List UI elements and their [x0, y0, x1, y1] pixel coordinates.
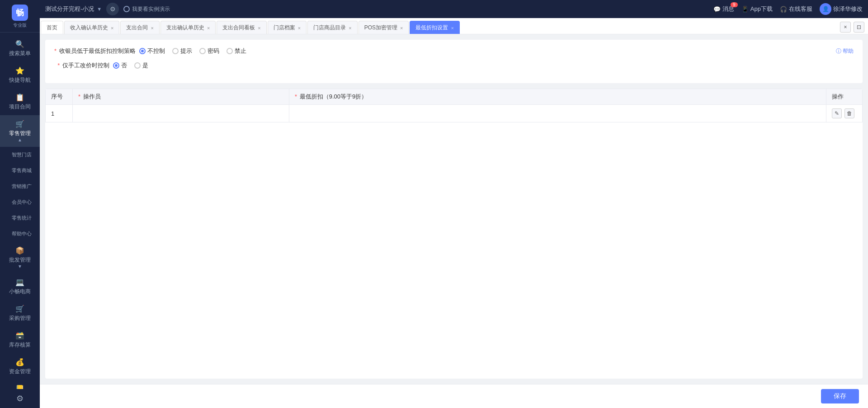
tab-expense-history[interactable]: 支出确认单历史 × [160, 21, 216, 34]
cell-actions: ✎ 🗑 [826, 105, 863, 122]
settings-icon[interactable]: ⚙ [16, 394, 24, 403]
tab-expense-board[interactable]: 支出合同看板 × [217, 21, 266, 34]
tab-store-product[interactable]: 门店商品目录 × [307, 21, 357, 34]
sidebar-item-retail-stats[interactable]: 零售统计 [0, 210, 40, 226]
sidebar-item-ledger[interactable]: 📒 总账管理 [0, 380, 40, 389]
tabbar-right-btns: × ⊡ [840, 20, 868, 34]
col-seq: 序号 [46, 89, 73, 105]
sidebar-item-finance[interactable]: 💰 资金管理 [0, 353, 40, 380]
sidebar-item-retail[interactable]: 🛒 零售管理 ▲ [0, 115, 40, 147]
tab-store-file-close[interactable]: × [298, 25, 301, 31]
sidebar-item-smart-store-label: 智慧门店 [12, 151, 32, 158]
app-download-button[interactable]: 📱 App下载 [741, 5, 773, 13]
table-header-row: 序号 * 操作员 * 最低折扣（9.00等于9折） 操作 [46, 89, 863, 105]
help-link[interactable]: ⓘ 帮助 [836, 47, 854, 55]
ecommerce-icon: 💻 [15, 278, 24, 286]
cell-seq: 1 [46, 105, 73, 122]
sidebar-item-help[interactable]: 帮助中心 [0, 226, 40, 242]
tab-income-history-close[interactable]: × [111, 25, 113, 31]
radio-no-control-circle [139, 48, 146, 54]
sidebar-item-project[interactable]: 📋 项目合同 [0, 89, 40, 115]
inventory-icon: 🗃️ [15, 331, 24, 340]
radio-yes[interactable]: 是 [134, 61, 148, 70]
topbar-project-selector[interactable]: 测试分开完程-小况 ▼ [45, 5, 102, 13]
tab-store-file[interactable]: 门店档案 × [268, 21, 307, 34]
tab-min-discount-label: 最低折扣设置 [415, 24, 448, 32]
tab-expense-board-close[interactable]: × [258, 25, 260, 31]
tab-home-label: 首页 [47, 24, 57, 32]
radio-hint[interactable]: 提示 [172, 47, 192, 55]
app-logo-icon: 畅 [12, 5, 28, 21]
sidebar-item-ecommerce[interactable]: 💻 小畅电商 [0, 273, 40, 300]
tab-pos-encrypt[interactable]: POS加密管理 × [359, 21, 409, 34]
topbar-left: 测试分开完程-小况 ▼ ⚙ 我要看实例演示 [45, 3, 170, 15]
topbar-settings-button[interactable]: ⚙ [106, 3, 119, 15]
tab-income-history[interactable]: 收入确认单历史 × [64, 21, 119, 34]
tab-store-product-label: 门店商品目录 [313, 24, 346, 32]
radio-no[interactable]: 否 [113, 61, 127, 70]
tab-min-discount[interactable]: 最低折扣设置 × [410, 21, 459, 34]
radio-hint-label: 提示 [180, 47, 192, 55]
tab-expense-history-label: 支出确认单历史 [166, 24, 204, 32]
topbar-demo-button[interactable]: 我要看实例演示 [123, 5, 170, 13]
contract-icon: 📋 [15, 93, 24, 102]
col-actions: 操作 [826, 89, 863, 105]
tab-expense-history-close[interactable]: × [207, 25, 210, 31]
sidebar-item-finance-label: 资金管理 [9, 368, 31, 375]
purchase-icon: 🛒 [15, 305, 24, 313]
tab-expense-contract-close[interactable]: × [151, 25, 153, 31]
tab-store-product-close[interactable]: × [349, 25, 351, 31]
radio-hint-circle [172, 48, 179, 54]
gear-icon: ⚙ [110, 5, 116, 13]
messages-button[interactable]: 💬 消息 9 [713, 5, 734, 13]
radio-forbid[interactable]: 禁止 [226, 47, 246, 55]
sidebar-item-marketing[interactable]: 营销推广 [0, 178, 40, 194]
tab-pos-encrypt-close[interactable]: × [400, 25, 403, 31]
row-actions: ✎ 🗑 [832, 108, 857, 118]
user-menu-button[interactable]: 👤 徐泽华修改 [820, 3, 863, 15]
sidebar-item-purchase[interactable]: 🛒 采购管理 [0, 300, 40, 327]
form-label-strategy: * 收银员低于最低折扣控制策略 [54, 47, 139, 55]
cell-min-discount[interactable] [289, 105, 826, 122]
sidebar-item-retail-label: 零售管理 [9, 130, 31, 137]
sidebar-item-retail-mall-label: 零售商城 [12, 167, 32, 174]
cell-operator[interactable] [73, 105, 289, 122]
retail-icon: 🛒 [15, 120, 24, 128]
sidebar-item-purchase-label: 采购管理 [9, 314, 31, 322]
tab-pos-encrypt-label: POS加密管理 [364, 24, 397, 32]
search-icon: 🔍 [15, 40, 24, 48]
delete-row-button[interactable]: 🗑 [844, 108, 854, 118]
tab-min-discount-close[interactable]: × [451, 25, 453, 31]
sidebar-item-wholesale[interactable]: 📦 批发管理 ▼ [0, 242, 40, 273]
tabbar: 首页 收入确认单历史 × 支出合同 × 支出确认单历史 × 支出合同看板 × 门… [40, 18, 868, 34]
tab-restore-button[interactable]: ⊡ [854, 22, 864, 33]
help-label: 帮助 [843, 47, 854, 55]
sidebar-item-member[interactable]: 会员中心 [0, 194, 40, 210]
radio-forbid-circle [226, 48, 233, 54]
tab-expense-contract[interactable]: 支出合同 × [120, 21, 159, 34]
sidebar-item-search[interactable]: 🔍 搜索菜单 [0, 35, 40, 62]
save-button[interactable]: 保存 [821, 389, 859, 403]
table-row: 1 ✎ 🗑 [46, 105, 863, 122]
sidebar-item-retail-mall[interactable]: 零售商城 [0, 163, 40, 178]
topbar: 测试分开完程-小况 ▼ ⚙ 我要看实例演示 💬 消息 9 📱 App下载 [40, 0, 868, 18]
edit-row-button[interactable]: ✎ [832, 108, 842, 118]
sidebar-bottom: ⚙ [0, 389, 40, 408]
online-service-button[interactable]: 🎧 在线客服 [780, 5, 812, 13]
sidebar-item-marketing-label: 营销推广 [12, 183, 32, 190]
tab-home[interactable]: 首页 [41, 21, 63, 34]
sidebar-item-quicknav[interactable]: ⭐ 快捷导航 [0, 62, 40, 89]
radio-no-control-label: 不控制 [147, 47, 165, 55]
sidebar-item-ecommerce-label: 小畅电商 [9, 288, 31, 295]
radio-forbid-label: 禁止 [235, 47, 246, 55]
tab-close-button[interactable]: × [840, 22, 851, 33]
main-area: 测试分开完程-小况 ▼ ⚙ 我要看实例演示 💬 消息 9 📱 App下载 [40, 0, 868, 408]
radio-password[interactable]: 密码 [199, 47, 219, 55]
radio-no-control[interactable]: 不控制 [139, 47, 165, 55]
service-icon: 🎧 [780, 6, 787, 13]
topbar-app-download-label: App下载 [750, 5, 773, 13]
topbar-project-name: 测试分开完程-小况 [45, 5, 94, 13]
sidebar-item-inventory[interactable]: 🗃️ 库存核算 [0, 327, 40, 353]
sidebar-item-smart-store[interactable]: 智慧门店 [0, 147, 40, 163]
topbar-right: 💬 消息 9 📱 App下载 🎧 在线客服 👤 徐泽华修改 [713, 3, 863, 15]
